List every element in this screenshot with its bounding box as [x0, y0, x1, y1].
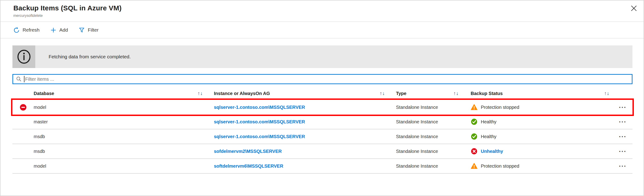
type-cell: Standalone Instance [391, 164, 465, 169]
filter-button[interactable]: Filter [78, 27, 99, 33]
healthy-icon [471, 118, 478, 125]
refresh-button[interactable]: Refresh [13, 27, 40, 33]
filter-icon [78, 27, 85, 33]
type-cell: Standalone Instance [391, 149, 465, 154]
backup-status-cell: Healthy [465, 133, 612, 140]
healthy-icon [471, 133, 478, 140]
search-input[interactable] [25, 75, 629, 84]
table-row[interactable]: model softdelmervm6\MSSQLSERVER Standalo… [12, 159, 632, 174]
page-subtitle: mercurysoftdelete [13, 14, 632, 18]
row-menu-button[interactable]: ••• [617, 148, 628, 155]
type-cell: Standalone Instance [391, 105, 465, 110]
blocked-icon [20, 104, 27, 111]
add-label: Add [60, 27, 68, 33]
instance-link[interactable]: softdelmervm6\MSSQLSERVER [214, 164, 283, 168]
status-text: Protection stopped [481, 105, 519, 110]
column-header-instance[interactable]: Instance or AlwaysOn AG ↑↓ [209, 87, 391, 100]
database-cell: msdb [34, 149, 209, 154]
warning-icon [471, 162, 478, 170]
sort-icon[interactable]: ↑↓ [604, 90, 610, 96]
column-label: Instance or AlwaysOn AG [214, 91, 270, 96]
filter-label: Filter [88, 27, 99, 33]
backup-items-table: Database ↑↓ Instance or AlwaysOn AG ↑↓ T… [12, 87, 632, 174]
toolbar-divider [0, 38, 644, 38]
table-row[interactable]: msdb sqlserver-1.contoso.com\MSSQLSERVER… [12, 129, 632, 144]
text-caret [24, 76, 24, 82]
page-title: Backup Items (SQL in Azure VM) [13, 4, 632, 12]
type-cell: Standalone Instance [391, 119, 465, 124]
ellipsis-icon: ••• [619, 134, 627, 139]
backup-status-cell: Protection stopped [465, 104, 612, 111]
status-text: Healthy [481, 119, 496, 124]
ellipsis-icon: ••• [619, 105, 627, 110]
sort-icon[interactable]: ↑↓ [454, 90, 459, 96]
row-menu-button[interactable]: ••• [617, 104, 628, 111]
column-header-icon [12, 87, 34, 100]
filter-items-box [12, 74, 632, 84]
search-icon [16, 76, 24, 82]
ellipsis-icon: ••• [619, 120, 627, 124]
row-left-icon-cell [12, 104, 34, 111]
type-cell: Standalone Instance [391, 134, 465, 139]
column-header-menu [612, 87, 632, 100]
info-banner-icon-box [12, 46, 35, 68]
database-cell: model [34, 164, 209, 169]
table-row[interactable]: model sqlserver-1.contoso.com\MSSQLSERVE… [12, 100, 632, 114]
column-header-backup-status[interactable]: Backup Status ↑↓ [465, 87, 612, 100]
sort-icon[interactable]: ↑↓ [198, 90, 203, 96]
instance-link[interactable]: sqlserver-1.contoso.com\MSSQLSERVER [214, 105, 305, 110]
status-text[interactable]: Unhealthy [481, 149, 503, 154]
backup-status-cell: Healthy [465, 118, 612, 125]
add-button[interactable]: Add [50, 27, 68, 33]
status-text: Healthy [481, 134, 496, 139]
backup-status-cell: Protection stopped [465, 162, 612, 170]
column-header-database[interactable]: Database ↑↓ [34, 87, 209, 100]
info-icon [17, 50, 31, 64]
table-header-row: Database ↑↓ Instance or AlwaysOn AG ↑↓ T… [12, 87, 632, 100]
close-button[interactable] [629, 4, 638, 13]
warning-icon [471, 104, 478, 111]
column-label: Database [34, 91, 54, 96]
database-cell: master [34, 119, 209, 124]
info-banner: Fetching data from service completed. [12, 46, 632, 68]
banner-message: Fetching data from service completed. [35, 46, 131, 68]
column-label: Backup Status [471, 91, 503, 96]
status-text: Protection stopped [481, 164, 519, 169]
column-header-type[interactable]: Type ↑↓ [391, 87, 465, 100]
refresh-icon [13, 27, 20, 33]
table-row[interactable]: master sqlserver-1.contoso.com\MSSQLSERV… [12, 114, 632, 129]
close-icon [630, 5, 637, 12]
instance-link[interactable]: sofdelmervm2\MSSQLSERVER [214, 149, 282, 154]
ellipsis-icon: ••• [619, 149, 627, 154]
toolbar: Refresh Add Filter [0, 22, 644, 38]
row-menu-button[interactable]: ••• [617, 118, 628, 125]
row-menu-button[interactable]: ••• [617, 163, 628, 170]
unhealthy-icon [471, 148, 478, 155]
row-menu-button[interactable]: ••• [617, 133, 628, 140]
backup-items-blade: Backup Items (SQL in Azure VM) mercuryso… [0, 0, 644, 196]
database-cell: msdb [34, 134, 209, 139]
table-row[interactable]: msdb sofdelmervm2\MSSQLSERVER Standalone… [12, 144, 632, 159]
blade-header: Backup Items (SQL in Azure VM) mercuryso… [0, 0, 644, 22]
database-cell: model [34, 105, 209, 110]
instance-link[interactable]: sqlserver-1.contoso.com\MSSQLSERVER [214, 134, 305, 139]
refresh-label: Refresh [22, 27, 40, 33]
backup-status-cell: Unhealthy [465, 148, 612, 155]
ellipsis-icon: ••• [619, 164, 627, 168]
instance-link[interactable]: sqlserver-1.contoso.com\MSSQLSERVER [214, 119, 305, 124]
column-label: Type [396, 91, 406, 96]
sort-icon[interactable]: ↑↓ [380, 90, 385, 96]
add-icon [50, 27, 56, 33]
